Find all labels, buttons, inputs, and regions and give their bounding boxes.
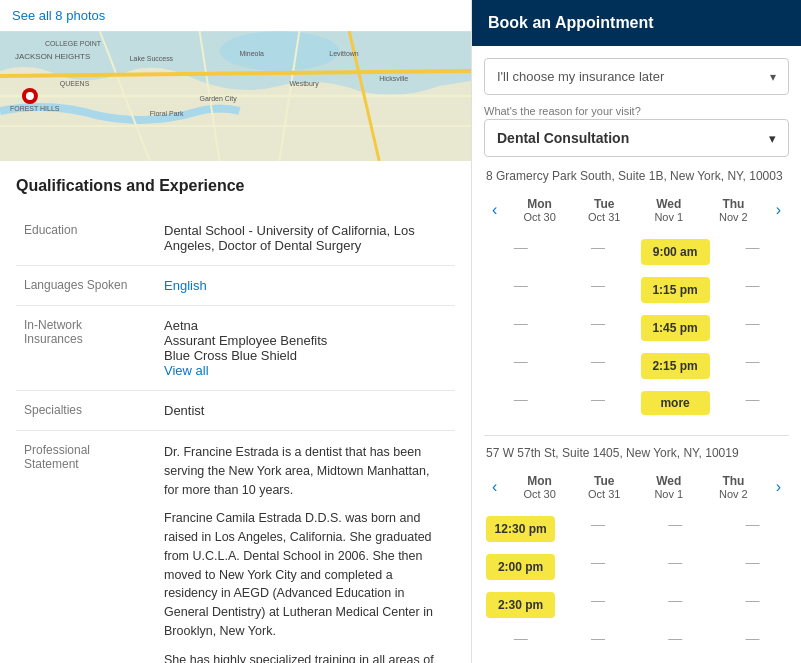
specialties-label: Specialties bbox=[16, 391, 156, 431]
location2-prev-arrow[interactable]: ‹ bbox=[484, 474, 505, 500]
location1-dash-3-1: — bbox=[561, 347, 634, 385]
time-slot-button[interactable]: 1:45 pm bbox=[641, 315, 710, 341]
divider-1 bbox=[484, 435, 789, 436]
location2-day-headers: Mon Oct 30 Tue Oct 31 Wed Nov 1 Thu bbox=[509, 470, 763, 504]
time-slot-button[interactable]: 1:15 pm bbox=[641, 277, 710, 303]
time-slot-button[interactable]: 9:00 am bbox=[641, 239, 710, 265]
location1-dash-3-3: — bbox=[716, 347, 789, 385]
location2-slot-2-0: 2:30 pm bbox=[484, 586, 557, 624]
location1-dash-0-0: — bbox=[484, 233, 557, 271]
location1-day-1: Tue Oct 31 bbox=[574, 193, 635, 227]
insurance-chevron-icon: ▾ bbox=[770, 70, 776, 84]
location1-more-4: more bbox=[639, 385, 712, 421]
svg-text:Hicksville: Hicksville bbox=[379, 75, 408, 82]
location1-dash-2-1: — bbox=[561, 309, 634, 347]
location1-day-2: Wed Nov 1 bbox=[639, 193, 700, 227]
location1-dash-1-0: — bbox=[484, 271, 557, 309]
more-times-button[interactable]: more bbox=[641, 391, 710, 415]
insurance-aetna: Aetna bbox=[164, 318, 447, 333]
location2-slot-row-0: 12:30 pm——— bbox=[484, 510, 789, 548]
professional-statement-value: Dr. Francine Estrada is a dentist that h… bbox=[156, 431, 455, 664]
visit-chevron-icon: ▾ bbox=[769, 131, 776, 146]
languages-row: Languages Spoken English bbox=[16, 266, 455, 306]
location2-dash-2-1: — bbox=[561, 586, 634, 624]
insurance-dropdown[interactable]: I'll choose my insurance later ▾ bbox=[484, 58, 789, 95]
location2-slot-row-1: 2:00 pm——— bbox=[484, 548, 789, 586]
location2-dash-0-1: — bbox=[561, 510, 634, 548]
location1-prev-arrow[interactable]: ‹ bbox=[484, 197, 505, 223]
view-all-link[interactable]: View all bbox=[164, 363, 209, 378]
location1-dash-0-1: — bbox=[561, 233, 634, 271]
svg-point-21 bbox=[26, 92, 34, 100]
insurance-bcbs: Blue Cross Blue Shield bbox=[164, 348, 447, 363]
time-slot-button[interactable]: 2:30 pm bbox=[486, 592, 555, 618]
visit-reason-container: What's the reason for your visit? Dental… bbox=[484, 105, 789, 157]
location1-next-arrow[interactable]: › bbox=[768, 197, 789, 223]
left-panel: See all 8 photos JACKSON HEIGHTS bbox=[0, 0, 472, 663]
svg-text:Mineola: Mineola bbox=[239, 50, 264, 57]
location2-dash-1-3: — bbox=[716, 548, 789, 586]
time-slot-button[interactable]: 2:15 pm bbox=[641, 353, 710, 379]
map-svg: JACKSON HEIGHTS QUEENS FOREST HILLS Flor… bbox=[0, 31, 471, 161]
location2-dash-1-2: — bbox=[639, 548, 712, 586]
languages-value: English bbox=[156, 266, 455, 306]
location2-day-1: Tue Oct 31 bbox=[574, 470, 635, 504]
booking-header: Book an Appointment bbox=[472, 0, 801, 46]
location2-dash-3-1: — bbox=[561, 624, 634, 652]
location1-day-3: Thu Nov 2 bbox=[703, 193, 764, 227]
location1-slot-row-3: ——2:15 pm— bbox=[484, 347, 789, 385]
insurance-assurant: Assurant Employee Benefits bbox=[164, 333, 447, 348]
visit-reason-label: What's the reason for your visit? bbox=[484, 105, 789, 117]
insurance-label: In-Network Insurances bbox=[16, 306, 156, 391]
svg-text:FOREST HILLS: FOREST HILLS bbox=[10, 105, 60, 112]
location1-dash-4-3: — bbox=[716, 385, 789, 421]
right-panel: Book an Appointment I'll choose my insur… bbox=[472, 0, 801, 663]
location1-slot-row-4: ——more— bbox=[484, 385, 789, 421]
location2-dash-3-0: — bbox=[484, 624, 557, 652]
location2-slot-row-2: 2:30 pm——— bbox=[484, 586, 789, 624]
time-slot-button[interactable]: 2:00 pm bbox=[486, 554, 555, 580]
location1-slots: ——9:00 am———1:15 pm———1:45 pm———2:15 pm—… bbox=[484, 233, 789, 421]
location2-dash-2-2: — bbox=[639, 586, 712, 624]
location2-slot-row-3: ———— bbox=[484, 624, 789, 652]
professional-para-3: She has highly specialized training in a… bbox=[164, 651, 447, 664]
specialties-value: Dentist bbox=[156, 391, 455, 431]
svg-text:Garden City: Garden City bbox=[200, 95, 238, 103]
education-value: Dental School - University of California… bbox=[156, 211, 455, 266]
location1-dash-4-0: — bbox=[484, 385, 557, 421]
location1-dash-0-3: — bbox=[716, 233, 789, 271]
languages-label: Languages Spoken bbox=[16, 266, 156, 306]
location1-slot-1-2: 1:15 pm bbox=[639, 271, 712, 309]
location2-slots: 12:30 pm———2:00 pm———2:30 pm——————— bbox=[484, 510, 789, 652]
insurance-values: Aetna Assurant Employee Benefits Blue Cr… bbox=[156, 306, 455, 391]
location2-address: 57 W 57th St, Suite 1405, New York, NY, … bbox=[484, 446, 789, 460]
education-label: Education bbox=[16, 211, 156, 266]
svg-text:QUEENS: QUEENS bbox=[60, 80, 90, 88]
education-row: Education Dental School - University of … bbox=[16, 211, 455, 266]
time-slot-button[interactable]: 12:30 pm bbox=[486, 516, 555, 542]
location2-next-arrow[interactable]: › bbox=[768, 474, 789, 500]
visit-reason-dropdown[interactable]: Dental Consultation ▾ bbox=[484, 119, 789, 157]
svg-text:JACKSON HEIGHTS: JACKSON HEIGHTS bbox=[15, 52, 90, 61]
location2-slot-1-0: 2:00 pm bbox=[484, 548, 557, 586]
location2-day-0: Mon Oct 30 bbox=[509, 470, 570, 504]
visit-reason-value: Dental Consultation bbox=[497, 130, 629, 146]
location2-section: 57 W 57th St, Suite 1405, New York, NY, … bbox=[484, 446, 789, 652]
location1-slot-0-2: 9:00 am bbox=[639, 233, 712, 271]
location2-day-3: Thu Nov 2 bbox=[703, 470, 764, 504]
professional-statement-label: Professional Statement bbox=[16, 431, 156, 664]
location1-slot-row-0: ——9:00 am— bbox=[484, 233, 789, 271]
professional-para-2: Francine Camila Estrada D.D.S. was born … bbox=[164, 509, 447, 640]
location2-slot-0-0: 12:30 pm bbox=[484, 510, 557, 548]
photos-link[interactable]: See all 8 photos bbox=[0, 0, 471, 31]
location1-dash-3-0: — bbox=[484, 347, 557, 385]
svg-text:Floral Park: Floral Park bbox=[150, 110, 184, 117]
location1-slot-2-2: 1:45 pm bbox=[639, 309, 712, 347]
location2-dash-0-2: — bbox=[639, 510, 712, 548]
insurance-dropdown-label: I'll choose my insurance later bbox=[497, 69, 664, 84]
location1-dash-4-1: — bbox=[561, 385, 634, 421]
location1-address: 8 Gramercy Park South, Suite 1B, New Yor… bbox=[484, 169, 789, 183]
map-area: JACKSON HEIGHTS QUEENS FOREST HILLS Flor… bbox=[0, 31, 471, 161]
location1-slot-row-2: ——1:45 pm— bbox=[484, 309, 789, 347]
svg-text:Levittown: Levittown bbox=[329, 50, 359, 57]
